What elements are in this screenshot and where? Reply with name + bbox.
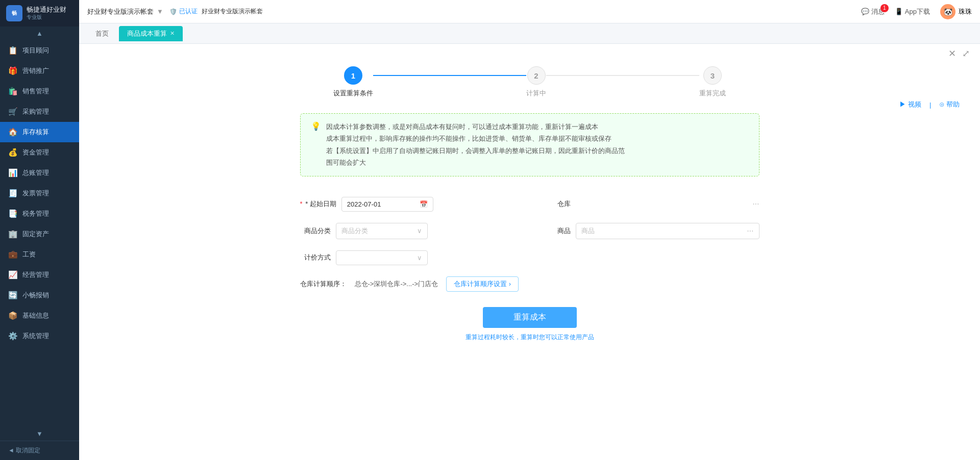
sidebar-item-purchase[interactable]: 🛒 采购管理: [0, 101, 79, 122]
goods-field: 商品 商品 ···: [540, 223, 760, 239]
step-2-label: 计算中: [526, 89, 546, 98]
tab-recalc-label: 商品成本重算: [127, 29, 167, 38]
sidebar-scroll-up[interactable]: ▲: [0, 27, 79, 40]
warehouse-field: 仓库 ···: [540, 199, 760, 209]
verified-company: 好业财专业版演示帐套: [202, 7, 263, 16]
start-date-input[interactable]: 2022-07-01 📅: [341, 197, 433, 212]
step-3-label: 重算完成: [699, 89, 726, 98]
recalc-button[interactable]: 重算成本: [483, 307, 577, 328]
account-dropdown-icon: ▼: [157, 8, 163, 15]
unpin-label: ◄ 取消固定: [8, 446, 40, 455]
operations-icon: 📈: [8, 270, 17, 279]
video-help-link[interactable]: ▶ 视频: [899, 100, 921, 109]
sidebar-item-marketing[interactable]: 🎁 营销推广: [0, 61, 79, 81]
step-3-circle: 3: [703, 66, 722, 85]
category-select[interactable]: 商品分类 ∨: [336, 223, 428, 239]
goods-label: 商品: [540, 226, 571, 236]
info-line-3: 若【系统设置】中启用了自动调整记账日期时，会调整入库单的整单记账日期，因此重新计…: [326, 145, 625, 157]
recalc-section: 重算成本 重算过程耗时较长，重算时您可以正常使用产品: [300, 307, 760, 342]
sidebar-item-project[interactable]: 📋 项目顾问: [0, 40, 79, 61]
step-3: 3 重算完成: [699, 66, 726, 98]
purchase-icon: 🛒: [8, 107, 17, 116]
verified-badge: 🛡️ 已认证 好业财专业版演示帐套: [169, 7, 263, 16]
sidebar-item-label: 销售管理: [22, 87, 49, 96]
sidebar-item-label: 资金管理: [22, 148, 49, 157]
help-link[interactable]: ⊙ 帮助: [939, 100, 960, 109]
app-download-label: App下载: [905, 7, 930, 16]
sidebar-item-finance[interactable]: 💰 资金管理: [0, 142, 79, 163]
sidebar-item-label: 工资: [22, 250, 36, 259]
price-chevron-icon: ∨: [417, 254, 422, 262]
sidebar-item-inventory[interactable]: 🏠 库存核算: [0, 122, 79, 142]
topbar-right: 💬 消息 1 📱 App下载 🐼 珠珠: [861, 4, 972, 19]
sidebar-item-tax[interactable]: 📑 税务管理: [0, 203, 79, 224]
warehouse-order-row: 仓库计算顺序： 总仓->深圳仓库->...->门店仓 仓库计算顺序设置 ›: [300, 276, 760, 292]
warehouse-order-settings-button[interactable]: 仓库计算顺序设置 ›: [446, 276, 519, 292]
warehouse-order-label: 仓库计算顺序：: [300, 279, 347, 289]
app-logo: 畅: [6, 5, 22, 21]
verified-text: 已认证: [179, 7, 198, 16]
start-date-field: * * 起始日期 2022-07-01 📅: [300, 197, 520, 212]
step-1: 1 设置重算条件: [333, 66, 373, 98]
inventory-icon: 🏠: [8, 127, 17, 137]
tab-close-icon[interactable]: ✕: [170, 30, 175, 37]
step-1-circle: 1: [344, 66, 362, 85]
sidebar-item-salary[interactable]: 💼 工资: [0, 244, 79, 265]
info-line-4: 围可能会扩大: [326, 157, 625, 168]
sidebar-item-sales[interactable]: 🛍️ 销售管理: [0, 81, 79, 101]
price-method-label: 计价方式: [300, 253, 331, 262]
tax-icon: 📑: [8, 209, 17, 218]
category-label: 商品分类: [300, 226, 331, 236]
help-links: ▶ 视频 | ⊙ 帮助: [899, 100, 960, 109]
goods-input[interactable]: 商品 ···: [576, 223, 760, 239]
main-area: 好业财专业版演示帐套 ▼ 🛡️ 已认证 好业财专业版演示帐套 💬 消息 1 📱 …: [79, 0, 980, 460]
sidebar-unpin[interactable]: ◄ 取消固定: [0, 441, 79, 460]
form-area: * * 起始日期 2022-07-01 📅 仓库 ···: [300, 192, 760, 347]
invoice-icon: 🧾: [8, 189, 17, 198]
sidebar-item-label: 采购管理: [22, 107, 49, 116]
step-2: 2 计算中: [526, 66, 546, 98]
chevron-down-icon: ∨: [417, 227, 422, 235]
expand-window-button[interactable]: ⤢: [962, 48, 970, 59]
close-window-button[interactable]: ✕: [948, 48, 956, 59]
sidebar-item-label: 系统管理: [22, 331, 49, 341]
sidebar-item-expense[interactable]: 🔄 小畅报销: [0, 285, 79, 305]
sidebar-nav: 📋 项目顾问 🎁 营销推广 🛍️ 销售管理 🛒 采购管理 🏠 库存核算 💰 资金…: [0, 40, 79, 427]
calendar-icon[interactable]: 📅: [420, 200, 428, 208]
message-icon: 💬: [861, 8, 869, 15]
info-box: 💡 因成本计算参数调整，或是对商品成本有疑问时，可以通过成本重算功能，重新计算一…: [300, 113, 760, 176]
sidebar-item-label: 小畅报销: [22, 291, 49, 300]
help-separator: |: [929, 101, 931, 109]
sidebar-item-accounting[interactable]: 📊 总账管理: [0, 163, 79, 183]
warehouse-order-value: 总仓->深圳仓库->...->门店仓: [355, 279, 438, 289]
sidebar-item-invoice[interactable]: 🧾 发票管理: [0, 183, 79, 203]
avatar: 🐼: [940, 4, 955, 19]
tab-home[interactable]: 首页: [87, 26, 117, 41]
info-line-2: 成本重算过程中，影响库存账的操作均不能操作，比如进货单、销货单、库存单据不能审核…: [326, 133, 625, 144]
sidebar-item-basic[interactable]: 📦 基础信息: [0, 305, 79, 326]
phone-icon: 📱: [895, 8, 903, 15]
warehouse-select-button[interactable]: ···: [752, 199, 759, 209]
account-name: 好业财专业版演示帐套: [87, 7, 154, 16]
step-line-2: [546, 75, 699, 76]
goods-select-button[interactable]: ···: [747, 226, 753, 236]
tab-recalc[interactable]: 商品成本重算 ✕: [119, 26, 183, 41]
sidebar-scroll-down[interactable]: ▼: [0, 427, 79, 441]
sidebar-item-assets[interactable]: 🏢 固定资产: [0, 224, 79, 244]
sidebar-item-label: 发票管理: [22, 189, 49, 198]
start-date-label: * * 起始日期: [300, 199, 336, 209]
app-download-button[interactable]: 📱 App下载: [895, 7, 930, 16]
account-selector[interactable]: 好业财专业版演示帐套 ▼: [87, 7, 163, 16]
sidebar-item-operations[interactable]: 📈 经营管理: [0, 265, 79, 285]
message-button[interactable]: 💬 消息 1: [861, 7, 885, 16]
tab-home-label: 首页: [95, 29, 109, 38]
sidebar-item-system[interactable]: ⚙️ 系统管理: [0, 326, 79, 346]
app-title: 畅捷通好业财: [27, 6, 66, 14]
step-line-1: [373, 75, 526, 76]
sidebar-item-label: 营销推广: [22, 66, 49, 75]
assets-icon: 🏢: [8, 229, 17, 239]
price-method-select[interactable]: ∨: [336, 250, 428, 265]
window-controls: ✕ ⤢: [948, 48, 970, 59]
sales-icon: 🛍️: [8, 87, 17, 96]
user-menu[interactable]: 🐼 珠珠: [940, 4, 972, 19]
